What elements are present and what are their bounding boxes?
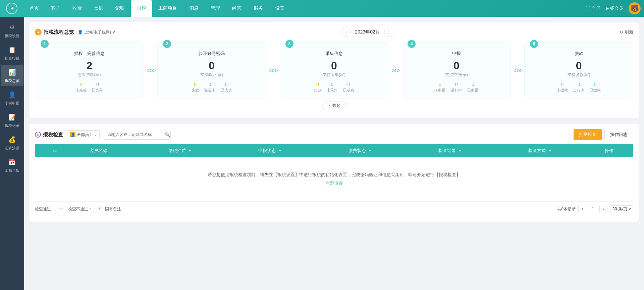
setup-link[interactable]: 立即设置 <box>325 181 343 186</box>
nav-item-management[interactable]: 管理 <box>205 0 226 17</box>
step-5-desc: 支持缴款(家) <box>530 72 628 78</box>
collapse-label: 收起 <box>332 103 340 108</box>
employee-filter[interactable]: 👤 全部员工 ∨ <box>67 130 100 139</box>
nav-item-fees[interactable]: 收费 <box>66 0 88 17</box>
step-2-stat-verifying[interactable]: 0 验证中 <box>204 82 215 93</box>
sidebar-item-annual-report[interactable]: 📅 工商年报 <box>1 155 23 176</box>
flow-step-2: 2 验证账号密码 0 支持验证(家) 0 失败 0 验证中 <box>157 42 266 98</box>
empty-message-text: 若您想使用报税检查功能，请先在【报税设置】中进行报税的初始化设置，完成密码验证和… <box>48 170 620 179</box>
tax-overview-icon: 📊 <box>7 68 17 77</box>
collapse-button[interactable]: ∧ 收起 <box>322 101 346 110</box>
location-tag[interactable]: 👤 上海(电子税局) ∨ <box>78 29 115 35</box>
logo[interactable]: ✦ <box>3 0 20 17</box>
step-2-stat-success[interactable]: 0 已成功 <box>221 82 232 93</box>
th-declare-status[interactable]: 申报状态 ▼ <box>225 144 315 157</box>
nav-item-service[interactable]: 服务 <box>248 0 269 17</box>
sidebar-item-batch-tax[interactable]: 📋 批量报税 <box>1 43 23 64</box>
play-icon: ▶ <box>606 6 609 11</box>
sidebar-item-tax-overview[interactable]: 📊 报税总览 <box>1 65 23 86</box>
overview-title-text: 报税流程总览 <box>44 29 74 35</box>
location-text: 上海(电子税局) <box>84 29 111 35</box>
prev-month-button[interactable]: ‹ <box>341 27 351 37</box>
nav-item-messages[interactable]: 消息 <box>183 0 205 17</box>
tax-check-section: ● 报税检查 👤 全部员工 ∨ 🔍 批量检查 操作日志 <box>30 124 639 222</box>
step-1-stats: 2 未完善 0 已完善 <box>41 82 138 93</box>
step-3-stat-success[interactable]: 0 已成功 <box>343 82 354 93</box>
next-page-button[interactable]: › <box>599 205 607 213</box>
nav-item-business[interactable]: 工商项目 <box>152 0 183 17</box>
step-4-stat-inprogress[interactable]: 0 进行中 <box>451 82 462 93</box>
fullscreen-button[interactable]: ⛶ 全屏 <box>586 5 600 11</box>
step-3-stat-failed[interactable]: 0 失败 <box>314 82 321 93</box>
header-checkbox[interactable] <box>39 148 44 153</box>
th-checkbox <box>35 144 48 157</box>
step-5-stat-unpaid[interactable]: 0 未缴款 <box>557 82 568 93</box>
step-5-badge: 5 <box>530 40 538 48</box>
employee-label: 全部员工 <box>77 132 93 138</box>
step-3-stat-uncollected[interactable]: 0 未采集 <box>327 82 338 93</box>
step-1-stat-incomplete[interactable]: 2 未完善 <box>75 82 87 93</box>
filter-icon-4: ▼ <box>459 149 462 153</box>
nav-item-accounting[interactable]: 记账 <box>109 0 131 17</box>
employee-dropdown-icon: ∨ <box>94 133 97 137</box>
step-1-stat-complete[interactable]: 0 已完善 <box>92 82 103 93</box>
step-5-stat-paid[interactable]: 0 已缴款 <box>590 82 601 93</box>
footer-failed-num[interactable]: 0 <box>98 206 100 212</box>
nav-item-tickets[interactable]: 票据 <box>88 0 109 17</box>
th-check-result[interactable]: 检查结果 ▼ <box>405 144 495 157</box>
step-4-stat-declared[interactable]: 0 已申报 <box>467 82 478 93</box>
chevron-icon-3: >>> <box>391 67 399 74</box>
nav-item-customer[interactable]: 客户 <box>45 0 66 17</box>
step-3-success-label: 已成功 <box>343 88 354 93</box>
mascot-avatar[interactable]: 🐻 <box>629 2 641 14</box>
step-2-stat-failed[interactable]: 0 失败 <box>192 82 199 93</box>
nav-item-settings[interactable]: 设置 <box>269 0 290 17</box>
search-input[interactable] <box>104 130 161 139</box>
step-4-stat-undeclared[interactable]: 0 未申报 <box>434 82 445 93</box>
operation-log-button[interactable]: 操作日志 <box>604 129 633 140</box>
step-3-title: 采集信息 <box>285 51 383 57</box>
th-tax-type[interactable]: 纳税性质 ▼ <box>135 144 225 157</box>
prev-page-button[interactable]: ‹ <box>578 205 586 213</box>
collapse-bar: ∧ 收起 <box>35 101 633 110</box>
overview-title: + 报税流程总览 <box>35 29 74 35</box>
sidebar-label-tax-overview: 报税总览 <box>5 78 19 83</box>
footer-passed-num[interactable]: 0 <box>60 206 63 212</box>
step-4-inprogress-label: 进行中 <box>451 88 462 93</box>
table-footer: 检查通过： 0 检查不通过： 0 囧有备注 共0条记录 ‹ 1 › 30 条/页… <box>35 201 633 216</box>
annual-report-icon: 📅 <box>7 157 17 167</box>
sidebar-item-personal-tax[interactable]: 👤 个税申报 <box>1 87 23 108</box>
step-4-inprogress-num: 0 <box>455 82 458 87</box>
member-button[interactable]: ▶ 畅会员 <box>606 5 623 11</box>
step-5-paid-label: 已缴款 <box>590 88 601 93</box>
nav-item-home[interactable]: 首页 <box>23 0 45 17</box>
nav-right: ⛶ 全屏 ▶ 畅会员 🐻 <box>586 2 641 14</box>
step-5-inprogress-label: 进行中 <box>573 88 584 93</box>
check-actions: 批量检查 操作日志 <box>574 129 633 140</box>
fullscreen-label: 全屏 <box>592 5 600 11</box>
th-check-method[interactable]: 检查方式 ▼ <box>495 144 585 157</box>
sidebar-label-tax-settings: 报税设置 <box>5 33 19 39</box>
nav-item-tax[interactable]: 报税 <box>131 0 152 17</box>
tax-settings-icon: ⚙ <box>7 23 17 32</box>
per-page-dropdown-icon: ∨ <box>629 207 631 211</box>
sidebar-label-personal-tax: 个税申报 <box>5 101 19 106</box>
step-4-undeclared-label: 未申报 <box>434 88 445 93</box>
refresh-button[interactable]: ↻ 刷新 <box>620 29 633 35</box>
nav-item-operations[interactable]: 经营 <box>226 0 248 17</box>
next-month-button[interactable]: › <box>384 27 393 37</box>
gear-icon[interactable]: ⚙ <box>53 148 57 153</box>
step-2-stats: 0 失败 0 验证中 0 已成功 <box>163 82 261 93</box>
flow-steps: 1 授权、完善信息 2 总客户数(家) 2 未完善 0 已完善 <box>35 42 633 98</box>
batch-check-button[interactable]: 批量检查 <box>574 129 602 140</box>
step-5-stat-inprogress[interactable]: 0 进行中 <box>573 82 584 93</box>
sidebar-item-settlement[interactable]: 💰 汇算清缴 <box>1 132 23 153</box>
month-navigation: ‹ 2023年02月 › <box>341 27 393 37</box>
sidebar-item-tax-records[interactable]: 📝 报税记录 <box>1 110 23 131</box>
search-button[interactable]: 🔍 <box>161 130 171 139</box>
per-page-select[interactable]: 30 条/页 ∨ <box>610 205 633 213</box>
sidebar-item-tax-settings[interactable]: ⚙ 报税设置 <box>1 20 23 41</box>
th-payment-status[interactable]: 缴费状态 ▼ <box>315 144 405 157</box>
flow-step-3: 3 采集信息 0 支持采集(家) 0 失败 0 未采集 <box>280 42 389 98</box>
filter-icon-5: ▼ <box>548 149 552 153</box>
